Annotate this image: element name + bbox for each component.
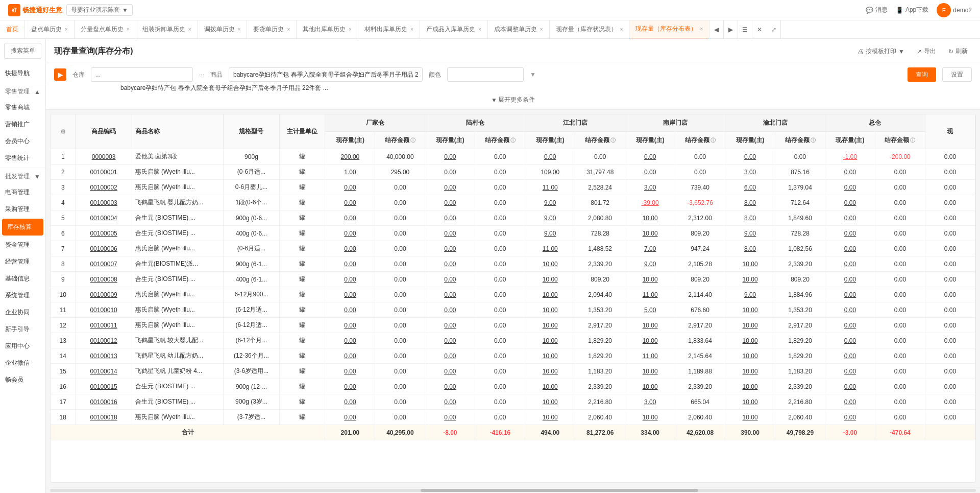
sidebar-item-retail-shop[interactable]: 零售商城 <box>0 99 45 116</box>
setting-btn[interactable]: 设置 <box>942 67 972 82</box>
product-input[interactable] <box>229 67 423 82</box>
page-actions: 🖨 按模板打印 ▼ ↗ 导出 ↻ 刷新 <box>853 45 972 58</box>
tab-stock-distribution[interactable]: 现存量（库存分布表） × <box>629 20 709 39</box>
page-title: 现存量查询(库存分布) <box>54 46 133 57</box>
tab-close-icon[interactable]: × <box>349 27 352 32</box>
tab-stock-status[interactable]: 现存量（库存状况表） × <box>550 20 630 39</box>
sidebar-item-system[interactable]: 系统管理 <box>0 287 45 304</box>
summary-total-amt: -470.64 <box>875 425 925 440</box>
tab-assembly-history[interactable]: 组装拆卸单历史 × <box>136 20 198 39</box>
sidebar-item-basic-info[interactable]: 基础信息 <box>0 270 45 287</box>
row-c5-amt: 2,339.20 <box>775 256 825 272</box>
row-unit: 罐 <box>280 149 325 165</box>
row-name: 合生元 (BIOSTIME) ... <box>132 379 223 394</box>
tab-label: 分量盘点单历史 <box>81 25 124 34</box>
info-icon[interactable]: ⓘ <box>910 137 915 143</box>
info-icon[interactable]: ⓘ <box>510 137 516 143</box>
refresh-btn[interactable]: ↻ 刷新 <box>944 45 972 58</box>
row-total-amt: 0.00 <box>875 195 925 210</box>
tab-menu-btn[interactable]: ☰ <box>738 20 752 39</box>
app-download-btn[interactable]: 📱 App下载 <box>896 6 928 14</box>
row-c4-qty: 10.00 <box>625 364 675 379</box>
company-selector[interactable]: 母婴行业演示陈套 ▼ <box>66 4 133 16</box>
row-c1-amt: 0.00 <box>375 226 425 241</box>
scroll-thumb[interactable] <box>421 489 698 492</box>
tab-material-history[interactable]: 材料出库单历史 × <box>358 20 420 39</box>
tab-cost-history[interactable]: 成本调整单历史 × <box>488 20 550 39</box>
info-icon[interactable]: ⓘ <box>811 137 816 143</box>
sidebar-item-guide[interactable]: 新手引导 <box>0 321 45 338</box>
export-btn[interactable]: ↗ 导出 <box>913 45 940 58</box>
sidebar-item-app-center[interactable]: 应用中心 <box>0 338 45 355</box>
sidebar-item-member2[interactable]: 畅会员 <box>0 371 45 388</box>
user-area[interactable]: E demo2 <box>937 3 972 17</box>
sidebar-item-retail-stats[interactable]: 零售统计 <box>0 150 45 167</box>
print-btn[interactable]: 🖨 按模板打印 ▼ <box>853 45 909 58</box>
filter-toggle-btn[interactable]: ▶ <box>54 68 66 81</box>
tab-close-icon[interactable]: × <box>540 27 543 32</box>
info-icon[interactable]: ⓘ <box>710 137 716 143</box>
color-input[interactable] <box>447 67 524 82</box>
gear-icon[interactable]: ⚙ <box>60 128 66 135</box>
table-row: 7 00100006 惠氏启脑 (Wyeth illu... (0-6月适...… <box>51 241 975 256</box>
sidebar-quick-nav[interactable]: 快捷导航 <box>0 65 45 82</box>
sidebar-item-retail-mgmt[interactable]: 零售管理 ▲ <box>0 84 45 99</box>
tab-product-history[interactable]: 产成品入库单历史 × <box>420 20 488 39</box>
tab-close-icon[interactable]: × <box>287 27 290 32</box>
sidebar-item-member[interactable]: 会员中心 <box>0 133 45 150</box>
warehouse-more[interactable]: ··· <box>199 71 204 78</box>
row-c3-qty: 10.00 <box>525 302 575 318</box>
tab-transfer-history[interactable]: 调拨单历史 × <box>198 20 248 39</box>
tab-close-icon[interactable]: × <box>127 27 130 32</box>
tab-close-all-btn[interactable]: ✕ <box>752 20 767 39</box>
chevron-up-icon: ▲ <box>34 88 40 96</box>
tab-close-icon[interactable]: × <box>238 27 241 32</box>
tab-order-history[interactable]: 要货单历史 × <box>247 20 297 39</box>
sidebar-item-finance[interactable]: 资金管理 <box>0 237 45 253</box>
tab-close-icon[interactable]: × <box>188 27 191 32</box>
scroll-indicator[interactable] <box>46 487 980 493</box>
tab-close-icon[interactable]: × <box>65 27 68 32</box>
sidebar-item-operation[interactable]: 经营管理 <box>0 253 45 270</box>
row-code: 00100006 <box>76 241 132 256</box>
row-unit: 罐 <box>280 226 325 241</box>
expand-more-btn[interactable]: ▼ 展开更多条件 <box>491 96 535 104</box>
tab-close-icon[interactable]: × <box>700 26 703 32</box>
row-num: 6 <box>51 226 76 241</box>
tab-label: 成本调整单历史 <box>494 25 537 34</box>
row-c1-amt: 0.00 <box>375 379 425 394</box>
info-icon[interactable]: ⓘ <box>410 137 415 143</box>
tab-close-icon[interactable]: × <box>410 27 413 32</box>
tab-split-history[interactable]: 分量盘点单历史 × <box>75 20 136 39</box>
tab-close-icon[interactable]: × <box>478 27 481 32</box>
row-c3-qty: 10.00 <box>525 318 575 333</box>
row-code: 00100002 <box>76 180 132 195</box>
search-btn[interactable]: 搜索英单 <box>4 43 41 59</box>
top-bar-left: 好 畅捷通好生意 母婴行业演示陈套 ▼ <box>8 4 133 16</box>
message-btn[interactable]: 💬 消息 <box>866 6 888 14</box>
sidebar-item-wechat[interactable]: 企业微信 <box>0 355 45 371</box>
info-icon[interactable]: ⓘ <box>610 137 616 143</box>
row-c5-qty: 10.00 <box>725 364 775 379</box>
query-btn[interactable]: 查询 <box>908 67 936 82</box>
table-row: 6 00100005 合生元 (BIOSTIME) ... 400g (0-6.… <box>51 226 975 241</box>
tab-outbound-history[interactable]: 其他出库单历史 × <box>297 20 358 39</box>
tab-prev-btn[interactable]: ◀ <box>709 20 724 39</box>
sidebar-item-marketing[interactable]: 营销推广 <box>0 116 45 133</box>
sidebar-item-ecommerce[interactable]: 电商管理 <box>0 184 45 201</box>
color-dropdown[interactable]: ▼ <box>530 71 536 78</box>
tab-close-icon[interactable]: × <box>620 27 623 32</box>
row-c5-qty: 10.00 <box>725 302 775 318</box>
sidebar-item-wholesale[interactable]: 批发管理 ▼ <box>0 169 45 184</box>
scroll-track[interactable] <box>50 489 976 492</box>
sidebar-item-enterprise[interactable]: 企业协同 <box>0 304 45 321</box>
sidebar: 搜索英单 快捷导航 零售管理 ▲ 零售商城 营销推广 会员中心 零售统计 批发管… <box>0 39 46 493</box>
tab-maximize-btn[interactable]: ⤢ <box>767 20 781 39</box>
tab-home[interactable]: 首页 <box>0 20 25 39</box>
tab-next-btn[interactable]: ▶ <box>724 20 738 39</box>
warehouse-input[interactable] <box>91 67 193 82</box>
tab-inventory-history[interactable]: 盘点单历史 × <box>25 20 75 39</box>
sidebar-item-inventory[interactable]: 库存核算 <box>2 219 43 236</box>
sidebar-item-purchase[interactable]: 采购管理 <box>0 201 45 218</box>
row-spec: (0-6月适... <box>223 165 279 180</box>
